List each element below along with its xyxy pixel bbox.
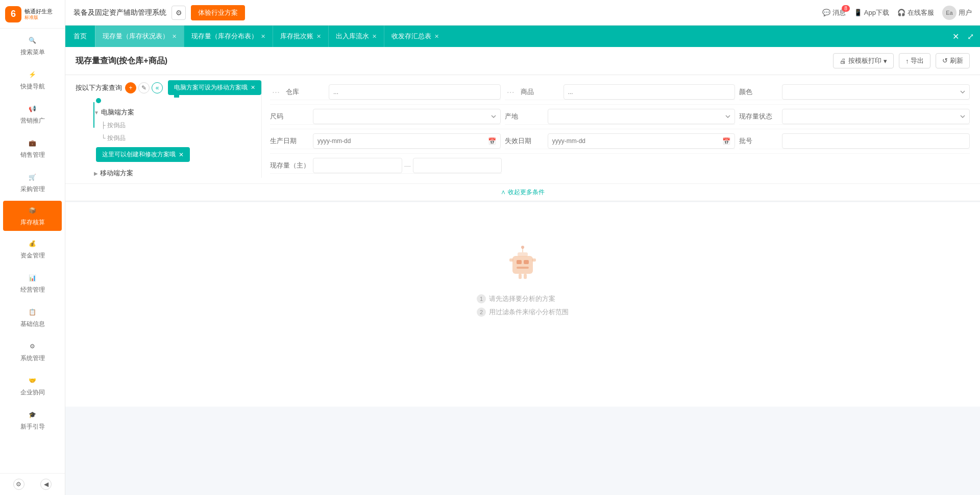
stock-main-max[interactable] xyxy=(413,158,502,173)
empty-tip-2-text: 用过滤条件来缩小分析范围 xyxy=(489,308,569,317)
tab-expand-icon[interactable]: ⤢ xyxy=(965,30,976,43)
desktop-scheme-group[interactable]: ▼ 电脑端方案 xyxy=(91,106,251,119)
filter-panel: 按以下方案查询 + ✎ « 电脑方案可设为移动方案哦 ✕ xyxy=(65,75,980,201)
online-service-btn[interactable]: 🎧 在线客服 xyxy=(897,8,934,17)
sales-icon: 💼 xyxy=(27,137,38,149)
sidebar-item-sales[interactable]: 💼 销售管理 xyxy=(0,131,65,166)
mobile-scheme-group[interactable]: ▶ 移动端方案 xyxy=(91,167,251,179)
tree-item-2[interactable]: └ 按倒品 xyxy=(91,132,251,144)
tab-batch-account[interactable]: 库存批次账 ✕ xyxy=(273,26,328,47)
edit-tooltip-text: 这里可以创建和修改方案哦 xyxy=(102,150,176,159)
color-select[interactable] xyxy=(782,84,970,100)
basic-icon: 📋 xyxy=(27,307,38,318)
scheme-tooltip-close[interactable]: ✕ xyxy=(251,84,255,91)
stock-main-min[interactable] xyxy=(313,158,402,173)
edit-tooltip-close[interactable]: ✕ xyxy=(179,151,184,158)
warehouse-input[interactable] xyxy=(329,84,501,100)
user-info[interactable]: Ea 用户 xyxy=(942,6,972,20)
sidebar-item-system[interactable]: ⚙ 系统管理 xyxy=(0,335,65,369)
sidebar-settings-btn[interactable]: ⚙ xyxy=(13,479,24,490)
sidebar-item-search-label: 搜索菜单 xyxy=(20,48,45,57)
edit-scheme-btn[interactable]: ✎ xyxy=(138,82,150,93)
enterprise-icon: 🤝 xyxy=(27,375,38,386)
tab-close-collection-summary[interactable]: ✕ xyxy=(434,33,439,40)
collapse-bar[interactable]: ∧ 收起更多条件 xyxy=(65,183,980,201)
sidebar-item-basic[interactable]: 📋 基础信息 xyxy=(0,300,65,335)
sidebar-item-quicknav[interactable]: ⚡ 快捷导航 xyxy=(0,63,65,97)
tree-item-1[interactable]: ├ 按倒品 xyxy=(91,120,251,131)
tab-close-batch-account[interactable]: ✕ xyxy=(316,33,321,40)
refresh-btn[interactable]: ↺ 刷新 xyxy=(936,53,970,68)
origin-select[interactable] xyxy=(548,109,736,124)
avatar-initials: Ea xyxy=(946,10,952,16)
system-title: 装备及固定资产辅助管理系统 xyxy=(74,8,166,17)
svg-rect-3 xyxy=(517,267,529,269)
expiry-date-cal-icon[interactable]: 📅 xyxy=(722,137,730,145)
refresh-icon: ↺ xyxy=(942,57,948,64)
filter-query-label: 按以下方案查询 xyxy=(76,83,122,92)
tab-collection-summary[interactable]: 收发存汇总表 ✕ xyxy=(384,26,446,47)
scheme-tooltip-text: 电脑方案可设为移动方案哦 xyxy=(174,83,248,92)
sidebar-footer: ⚙ ◀ xyxy=(0,473,65,495)
size-label: 尺码 xyxy=(270,112,311,121)
sidebar-item-quicknav-label: 快捷导航 xyxy=(20,82,45,91)
search-menu-icon: 🔍 xyxy=(27,35,38,46)
stock-status-select[interactable] xyxy=(782,109,970,124)
tree-item-1-label: ├ 按倒品 xyxy=(101,121,126,130)
goods-input[interactable] xyxy=(564,84,736,100)
add-scheme-btn[interactable]: + xyxy=(125,82,136,93)
online-service-label: 在线客服 xyxy=(908,8,934,17)
tab-home[interactable]: 首页 xyxy=(65,26,95,47)
empty-tip-1-text: 请先选择要分析的方案 xyxy=(489,294,555,303)
sidebar-item-finance[interactable]: 💰 资金管理 xyxy=(0,232,65,266)
origin-label: 产地 xyxy=(505,112,546,121)
notification-btn[interactable]: 💬 消息 8 xyxy=(822,8,846,17)
size-select[interactable] xyxy=(313,109,501,124)
export-btn[interactable]: ↑ 导出 xyxy=(899,53,931,68)
color-label: 颜色 xyxy=(739,87,780,97)
system-settings-btn[interactable]: ⚙ xyxy=(172,6,186,20)
svg-rect-0 xyxy=(512,256,533,274)
tab-close-inout-flow[interactable]: ✕ xyxy=(372,33,377,40)
sidebar-item-sales-label: 销售管理 xyxy=(20,151,45,159)
empty-tip-2: 2 用过滤条件来缩小分析范围 xyxy=(477,308,569,317)
sidebar-item-marketing[interactable]: 📢 营销推广 xyxy=(0,97,65,131)
svg-rect-8 xyxy=(518,252,528,256)
header-left: 装备及固定资产辅助管理系统 ⚙ 体验行业方案 xyxy=(74,5,245,20)
sidebar-item-inventory[interactable]: 📦 库存核算 xyxy=(3,201,62,231)
print-btn[interactable]: 🖨 按模板打印 ▾ xyxy=(833,53,894,68)
page-actions: 🖨 按模板打印 ▾ ↑ 导出 ↺ 刷新 xyxy=(833,53,970,68)
user-label: 用户 xyxy=(959,8,972,17)
tab-inventory-status[interactable]: 现存量（库存状况表） ✕ xyxy=(95,26,184,47)
tab-inventory-dist[interactable]: 现存量（库存分布表） ✕ xyxy=(184,26,273,47)
stock-main-label: 现存量（主） xyxy=(270,161,311,170)
prev-scheme-btn[interactable]: « xyxy=(152,82,163,93)
sidebar-item-finance-label: 资金管理 xyxy=(20,251,45,260)
filter-header: 按以下方案查询 + ✎ « 电脑方案可设为移动方案哦 ✕ xyxy=(76,80,261,98)
tab-close-all-icon[interactable]: ✕ xyxy=(950,30,961,43)
production-date-input[interactable] xyxy=(317,137,488,145)
sidebar-item-enterprise[interactable]: 🤝 企业协同 xyxy=(0,369,65,403)
tab-close-inventory-dist[interactable]: ✕ xyxy=(261,33,265,40)
print-label: 按模板打印 xyxy=(848,56,881,65)
expiry-date-input[interactable] xyxy=(552,137,723,145)
tree-item-2-label: └ 按倒品 xyxy=(101,134,126,143)
app-download-btn[interactable]: 📱 App下载 xyxy=(854,8,889,17)
sidebar-item-purchase[interactable]: 🛒 采购管理 xyxy=(0,166,65,200)
tab-inout-flow[interactable]: 出入库流水 ✕ xyxy=(328,26,384,47)
industry-btn[interactable]: 体验行业方案 xyxy=(191,5,245,20)
production-date-label: 生产日期 xyxy=(270,136,311,146)
sidebar-collapse-btn[interactable]: ◀ xyxy=(40,479,52,490)
page-header: 现存量查询(按仓库+商品) 🖨 按模板打印 ▾ ↑ 导出 ↺ 刷新 xyxy=(65,47,980,75)
sidebar-item-inventory-label: 库存核算 xyxy=(20,218,45,227)
batch-no-input[interactable] xyxy=(782,133,970,149)
sidebar-item-search[interactable]: 🔍 搜索菜单 xyxy=(0,29,65,63)
filter-expiry-date: 失效日期 📅 xyxy=(505,133,736,149)
sidebar-item-management[interactable]: 📊 经营管理 xyxy=(0,266,65,300)
production-date-cal-icon[interactable]: 📅 xyxy=(488,137,496,145)
svg-rect-2 xyxy=(524,260,529,264)
sidebar-item-guide[interactable]: 🎓 新手引导 xyxy=(0,403,65,437)
tab-close-inventory-status[interactable]: ✕ xyxy=(172,33,177,40)
sidebar-item-purchase-label: 采购管理 xyxy=(20,185,45,194)
inventory-icon: 📦 xyxy=(27,205,38,216)
